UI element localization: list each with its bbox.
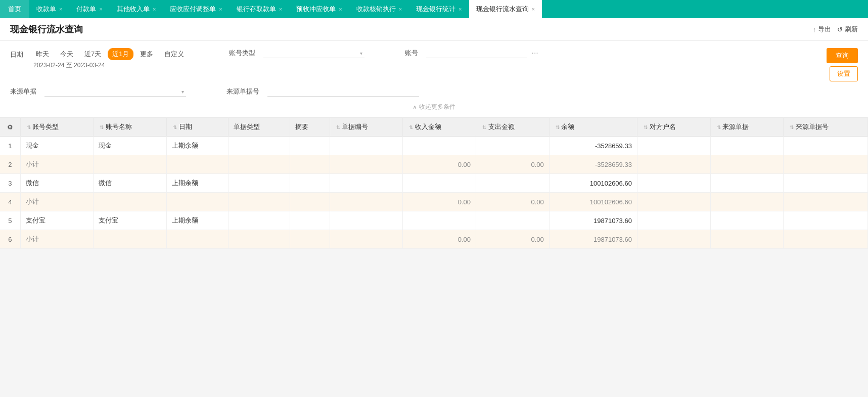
date-btn-custom[interactable]: 自定义 bbox=[160, 48, 189, 60]
cell-expense bbox=[476, 174, 550, 193]
cell-account_name bbox=[94, 155, 167, 174]
column-gear[interactable]: ⚙ bbox=[0, 118, 20, 137]
cell-account_name: 支付宝 bbox=[94, 211, 167, 230]
sort-doc-no-icon[interactable]: ⇅ bbox=[336, 124, 340, 130]
cell-doc_type bbox=[229, 137, 290, 155]
cell-doc_type bbox=[229, 211, 290, 230]
nav-item-bank-deposit[interactable]: 银行存取款单× bbox=[230, 0, 289, 18]
column-summary: 摘要 bbox=[290, 118, 330, 137]
cell-summary bbox=[290, 193, 330, 211]
cell-date: 上期余额 bbox=[167, 137, 229, 155]
main-table: ⚙ ⇅ 账号类型 ⇅ 账号名称 ⇅ 日期 单据类型 摘要 bbox=[0, 118, 868, 249]
cell-expense: 0.00 bbox=[476, 155, 550, 174]
sort-source-doc-no-icon[interactable]: ⇅ bbox=[790, 124, 794, 130]
cell-balance: -3528659.33 bbox=[549, 155, 637, 174]
cell-expense bbox=[476, 137, 550, 155]
nav-item-shoukuan[interactable]: 收款单× bbox=[29, 0, 69, 18]
source-doc-select[interactable] bbox=[44, 86, 186, 97]
cell-expense bbox=[476, 211, 550, 230]
source-doc-select-wrapper: ▾ bbox=[44, 86, 186, 97]
cell-counterparty bbox=[637, 174, 710, 193]
filter-area: 日期 昨天 今天 近7天 近1月 更多 自定义 2023-02-24 至 202… bbox=[0, 41, 868, 118]
column-doc-type: 单据类型 bbox=[229, 118, 290, 137]
cell-source_doc bbox=[710, 155, 784, 174]
account-input[interactable] bbox=[426, 48, 527, 58]
column-doc-no: ⇅ 单据编号 bbox=[330, 118, 403, 137]
collapse-icon: ∧ bbox=[413, 104, 417, 111]
table-row: 2小计0.000.00-3528659.33 bbox=[0, 155, 868, 174]
cell-account_type: 支付宝 bbox=[20, 211, 94, 230]
cell-summary bbox=[290, 137, 330, 155]
nav-item-prepay-ar[interactable]: 预收冲应收单× bbox=[289, 0, 349, 18]
cell-summary bbox=[290, 211, 330, 230]
collapse-bar[interactable]: ∧ 收起更多条件 bbox=[10, 100, 858, 112]
nav-close-bank-deposit[interactable]: × bbox=[279, 6, 282, 12]
cell-date bbox=[167, 155, 229, 174]
sort-balance-icon[interactable]: ⇅ bbox=[556, 124, 560, 130]
sort-account-type-icon[interactable]: ⇅ bbox=[27, 124, 31, 130]
source-doc-no-input[interactable] bbox=[267, 86, 419, 97]
column-expense: ⇅ 支出金额 bbox=[476, 118, 550, 137]
cell-counterparty bbox=[637, 137, 710, 155]
sort-income-icon[interactable]: ⇅ bbox=[409, 124, 413, 130]
nav-close-shoukuan[interactable]: × bbox=[59, 6, 62, 12]
nav-item-ar-ap-adjust[interactable]: 应收应付调整单× bbox=[163, 0, 229, 18]
date-btn-today[interactable]: 今天 bbox=[56, 48, 78, 60]
nav-item-bank-stats[interactable]: 现金银行统计× bbox=[409, 0, 469, 18]
cell-counterparty bbox=[637, 155, 710, 174]
cell-doc_type bbox=[229, 155, 290, 174]
sort-counterparty-icon[interactable]: ⇅ bbox=[644, 124, 648, 130]
table-row: 1现金现金上期余额-3528659.33 bbox=[0, 137, 868, 155]
date-filter-label: 日期 bbox=[10, 50, 23, 59]
sort-date-icon[interactable]: ⇅ bbox=[173, 124, 177, 130]
cell-doc_type bbox=[229, 230, 290, 249]
cell-counterparty bbox=[637, 193, 710, 211]
cell-income: 0.00 bbox=[403, 193, 476, 211]
column-account-type: ⇅ 账号类型 bbox=[20, 118, 94, 137]
account-type-select-wrapper: ▾ bbox=[263, 48, 364, 58]
cell-doc_no bbox=[330, 155, 403, 174]
nav-close-verification[interactable]: × bbox=[399, 6, 402, 12]
cell-expense: 0.00 bbox=[476, 230, 550, 249]
cell-income: 0.00 bbox=[403, 155, 476, 174]
sort-source-doc-icon[interactable]: ⇅ bbox=[717, 124, 721, 130]
cell-doc_no bbox=[330, 211, 403, 230]
table-row: 4小计0.000.00100102606.60 bbox=[0, 193, 868, 211]
query-button[interactable]: 查询 bbox=[827, 48, 858, 63]
nav-close-bank-flow[interactable]: × bbox=[532, 6, 535, 12]
cell-account_name: 微信 bbox=[94, 174, 167, 193]
refresh-button[interactable]: ↺ 刷新 bbox=[837, 25, 858, 34]
nav-close-fukuan[interactable]: × bbox=[99, 6, 102, 12]
nav-item-home[interactable]: 首页 bbox=[0, 0, 29, 18]
page-header: 现金银行流水查询 ↑ 导出 ↺ 刷新 bbox=[0, 18, 868, 41]
cell-doc_no bbox=[330, 193, 403, 211]
account-more-icon[interactable]: ··· bbox=[531, 49, 538, 58]
nav-item-verification[interactable]: 收款核销执行× bbox=[349, 0, 409, 18]
date-btn-1month[interactable]: 近1月 bbox=[108, 48, 133, 60]
source-doc-label: 来源单据 bbox=[10, 87, 36, 96]
cell-account_type: 小计 bbox=[20, 230, 94, 249]
date-btn-yesterday[interactable]: 昨天 bbox=[31, 48, 54, 60]
page-title: 现金银行流水查询 bbox=[10, 23, 83, 35]
gear-icon[interactable]: ⚙ bbox=[7, 123, 13, 131]
nav-close-bank-stats[interactable]: × bbox=[459, 6, 462, 12]
nav-close-prepay-ar[interactable]: × bbox=[339, 6, 342, 12]
nav-item-bank-flow[interactable]: 现金银行流水查询× bbox=[469, 0, 542, 18]
account-type-select[interactable] bbox=[263, 48, 364, 58]
cell-account_type: 小计 bbox=[20, 155, 94, 174]
nav-item-fukuan[interactable]: 付款单× bbox=[69, 0, 109, 18]
sort-account-name-icon[interactable]: ⇅ bbox=[100, 124, 104, 130]
date-btn-7days[interactable]: 近7天 bbox=[80, 48, 106, 60]
column-source-doc-no: ⇅ 来源单据号 bbox=[784, 118, 868, 137]
date-btn-more[interactable]: 更多 bbox=[135, 48, 158, 60]
export-button[interactable]: ↑ 导出 bbox=[813, 25, 832, 34]
nav-close-other-income[interactable]: × bbox=[153, 6, 156, 12]
nav-item-other-income[interactable]: 其他收入单× bbox=[110, 0, 163, 18]
cell-account_name bbox=[94, 230, 167, 249]
settings-button[interactable]: 设置 bbox=[830, 66, 858, 81]
cell-index: 4 bbox=[0, 193, 20, 211]
export-icon: ↑ bbox=[813, 26, 816, 33]
cell-account_name bbox=[94, 193, 167, 211]
sort-expense-icon[interactable]: ⇅ bbox=[482, 124, 486, 130]
nav-close-ar-ap-adjust[interactable]: × bbox=[219, 6, 222, 12]
